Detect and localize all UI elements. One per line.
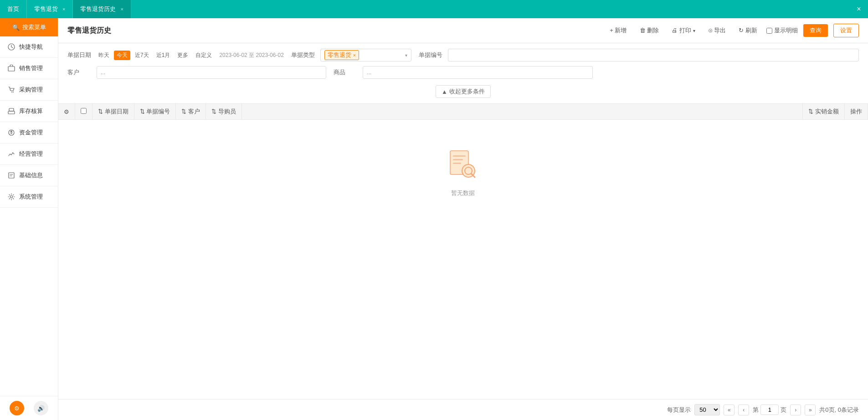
- filter-doctype-tag-close[interactable]: ×: [353, 52, 356, 58]
- filter-row-2: 客户 ... 商品 ...: [67, 66, 859, 79]
- refresh-button-label: ↻ 刷新: [739, 26, 757, 35]
- page-size-label: 每页显示: [667, 406, 691, 414]
- empty-state: 暂无数据: [58, 120, 868, 225]
- page-size-select[interactable]: 10 20 50 100: [694, 404, 720, 415]
- table-header: ⚙ ⇅ 单据日期 ⇅ 单据编号: [58, 104, 868, 120]
- query-button[interactable]: 查询: [803, 24, 828, 37]
- collapse-row: ▲ 收起更多条件: [67, 83, 859, 98]
- col-ops: 操作: [845, 104, 868, 120]
- tab-retail-return[interactable]: 零售退货 ×: [27, 0, 73, 18]
- col-guide[interactable]: ⇅ 导购员: [205, 104, 241, 120]
- filter-doctype-label: 单据类型: [291, 51, 317, 59]
- svg-rect-11: [453, 159, 463, 160]
- page-input[interactable]: 1: [760, 405, 779, 415]
- col-customer[interactable]: ⇅ 客户: [176, 104, 206, 120]
- col-doc-no-label: 单据编号: [146, 108, 170, 115]
- sidebar-item-inventory[interactable]: 库存核算: [0, 101, 58, 122]
- empty-state-cell: 暂无数据: [58, 120, 868, 225]
- filter-doctype-select[interactable]: 零售退货 × ▾: [320, 49, 411, 61]
- operations-icon: [7, 150, 15, 158]
- tab-retail-return-close[interactable]: ×: [62, 6, 65, 12]
- sidebar-item-system[interactable]: 系统管理: [0, 186, 58, 208]
- tab-retail-return-history-close[interactable]: ×: [120, 6, 123, 12]
- col-settings[interactable]: ⚙: [58, 104, 75, 120]
- sidebar-item-purchase[interactable]: 采购管理: [0, 79, 58, 101]
- collapse-label: 收起更多条件: [449, 87, 485, 96]
- date-btn-7days[interactable]: 近7天: [132, 51, 152, 60]
- filter-docno-label: 单据编号: [419, 51, 444, 59]
- search-icon: 🔍: [12, 24, 20, 31]
- tab-retail-return-history-label: 零售退货历史: [80, 5, 116, 13]
- col-checkbox[interactable]: [75, 104, 92, 120]
- filter-date-label: 单据日期: [67, 51, 93, 59]
- collapse-button[interactable]: ▲ 收起更多条件: [436, 85, 491, 98]
- sidebar-item-inventory-label: 库存核算: [19, 107, 43, 115]
- sidebar-item-quick-nav[interactable]: 快捷导航: [0, 36, 58, 58]
- filter-customer-label: 客户: [67, 68, 93, 77]
- col-doc-no[interactable]: ⇅ 单据编号: [134, 104, 176, 120]
- col-amount-icon: ⇅: [808, 108, 813, 115]
- sidebar-item-finance-label: 资金管理: [19, 128, 43, 137]
- show-detail-checkbox[interactable]: [766, 28, 772, 34]
- svg-point-3: [13, 92, 14, 92]
- show-detail-checkbox-label[interactable]: 显示明细: [766, 26, 798, 35]
- refresh-button[interactable]: ↻ 刷新: [735, 25, 761, 36]
- select-all-checkbox[interactable]: [81, 108, 87, 114]
- date-btn-more[interactable]: 更多: [175, 51, 191, 60]
- print-button[interactable]: 🖨 打印 ▾: [668, 25, 699, 36]
- date-btn-custom[interactable]: 自定义: [193, 51, 215, 60]
- date-btn-yesterday[interactable]: 昨天: [96, 51, 112, 60]
- show-detail-label: 显示明细: [774, 26, 798, 35]
- print-chevron-icon: ▾: [693, 28, 695, 33]
- print-button-label: 🖨 打印: [672, 26, 691, 35]
- tab-retail-return-history[interactable]: 零售退货历史 ×: [73, 0, 131, 18]
- tab-home[interactable]: 首页: [0, 0, 27, 18]
- filter-docno-input[interactable]: [448, 49, 859, 61]
- sales-icon: [7, 64, 15, 72]
- svg-rect-12: [453, 163, 461, 164]
- delete-button[interactable]: 🗑 删除: [636, 25, 663, 36]
- filter-date-item: 单据日期 昨天 今天 近7天 近1月 更多 自定义 2023-06-02 至 2…: [67, 51, 284, 60]
- sidebar-item-sales[interactable]: 销售管理: [0, 58, 58, 79]
- delete-button-label: 🗑 删除: [640, 26, 659, 35]
- col-amount[interactable]: ⇅ 实销金额: [803, 104, 845, 120]
- quick-nav-icon: [7, 43, 15, 51]
- date-btn-1month[interactable]: 近1月: [154, 51, 173, 60]
- export-button[interactable]: ⊙ 导出: [704, 25, 730, 36]
- empty-state-text: 暂无数据: [451, 189, 475, 197]
- page-suffix: 页: [781, 406, 786, 414]
- filter-goods-input[interactable]: ...: [363, 66, 592, 79]
- sidebar-sound-button[interactable]: 🔊: [34, 401, 48, 415]
- settings-button[interactable]: 设置: [833, 24, 859, 37]
- tab-home-label: 首页: [7, 5, 19, 13]
- export-button-label: ⊙ 导出: [708, 26, 726, 35]
- date-btn-today[interactable]: 今天: [114, 51, 130, 60]
- customer-ellipsis: ...: [101, 69, 105, 76]
- svg-rect-4: [8, 111, 15, 114]
- sidebar-search[interactable]: 🔍 搜索菜单: [0, 18, 58, 36]
- page-header: 零售退货历史 + 新增 🗑 删除 🖨 打印 ▾ ⊙ 导出 ↻ 刷新: [58, 18, 868, 43]
- sidebar-item-basic-info[interactable]: 基础信息: [0, 165, 58, 186]
- window-close-button[interactable]: ×: [850, 0, 868, 18]
- col-amount-label: 实销金额: [815, 108, 839, 115]
- prev-page-button[interactable]: ‹: [738, 405, 749, 415]
- first-page-button[interactable]: «: [724, 405, 734, 415]
- main-layout: 🔍 搜索菜单 快捷导航 销售管理 采购管理 库存核算: [0, 18, 868, 420]
- doctype-chevron-icon: ▾: [405, 53, 407, 58]
- pagination-total: 共0页, 0条记录: [819, 406, 859, 414]
- col-doc-date[interactable]: ⇅ 单据日期: [92, 104, 134, 120]
- last-page-button[interactable]: »: [805, 405, 816, 415]
- sidebar-item-sales-label: 销售管理: [19, 64, 43, 72]
- sidebar-item-operations-label: 经营管理: [19, 150, 43, 158]
- sidebar-item-operations[interactable]: 经营管理: [0, 143, 58, 165]
- sidebar-item-purchase-label: 采购管理: [19, 86, 43, 94]
- next-page-button[interactable]: ›: [790, 405, 801, 415]
- table-settings-icon[interactable]: ⚙: [64, 108, 69, 115]
- filter-customer-input[interactable]: ...: [97, 66, 326, 79]
- new-button[interactable]: + 新增: [606, 25, 630, 36]
- sidebar-item-finance[interactable]: 资金管理: [0, 122, 58, 143]
- svg-rect-1: [8, 67, 15, 71]
- sidebar-settings-button[interactable]: ⚙: [10, 401, 24, 415]
- sidebar: 🔍 搜索菜单 快捷导航 销售管理 采购管理 库存核算: [0, 18, 58, 420]
- filter-doctype-tag-text: 零售退货: [328, 51, 351, 59]
